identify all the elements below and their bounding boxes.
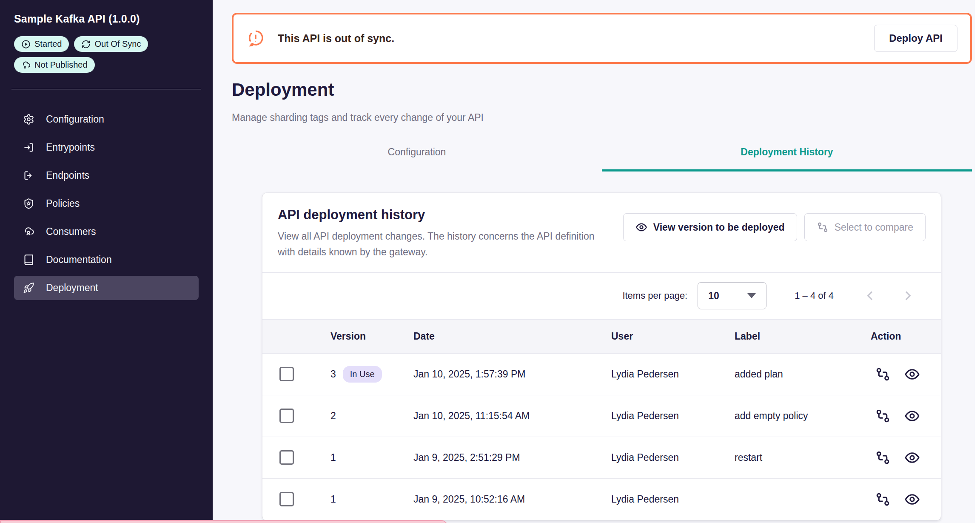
book-icon: [23, 254, 34, 266]
table-row: 2 Jan 10, 2025, 11:15:54 AM Lydia Peders…: [262, 395, 941, 437]
sidebar-item-consumers[interactable]: Consumers: [14, 220, 199, 244]
row-checkbox[interactable]: [279, 367, 294, 381]
sidebar-item-documentation[interactable]: Documentation: [14, 248, 199, 272]
sidebar-item-label: Consumers: [46, 226, 96, 237]
status-badge-started: Started: [14, 36, 69, 52]
sidebar-nav: Configuration Entrypoints Endpoints: [14, 107, 199, 300]
header-date: Date: [413, 319, 611, 353]
out-of-sync-banner: This API is out of sync. Deploy API: [232, 13, 972, 64]
badge-label: Not Published: [34, 60, 88, 70]
user-value: Lydia Pedersen: [611, 353, 735, 395]
view-version-label: View version to be deployed: [653, 222, 785, 233]
tab-bar: Configuration Deployment History: [232, 146, 972, 171]
card-title: API deployment history: [278, 207, 597, 223]
sidebar-divider: [11, 89, 201, 89]
items-per-page-label: Items per page:: [622, 290, 687, 301]
date-value: Jan 9, 2025, 2:51:29 PM: [413, 437, 611, 478]
table-row: 3 In Use Jan 10, 2025, 1:57:39 PM Lydia …: [262, 353, 941, 395]
cloud-user-icon: [23, 226, 34, 237]
status-badge-out-of-sync: Out Of Sync: [74, 36, 148, 52]
version-value: 2: [330, 410, 336, 422]
card-header-text: API deployment history View all API depl…: [278, 207, 597, 260]
shield-star-icon: [23, 198, 34, 209]
select-to-compare-button[interactable]: Select to compare: [804, 213, 926, 241]
deploy-api-button[interactable]: Deploy API: [874, 25, 957, 52]
sidebar-item-label: Configuration: [46, 114, 104, 125]
pagination-range: 1 – 4 of 4: [795, 290, 834, 301]
badge-label: Started: [34, 39, 62, 49]
deployment-history-card: API deployment history View all API depl…: [262, 193, 941, 520]
header-user: User: [611, 319, 735, 353]
chevron-left-icon[interactable]: [863, 289, 877, 303]
view-version-button[interactable]: View version to be deployed: [623, 213, 797, 241]
label-value: [735, 478, 871, 520]
badge-label: Out Of Sync: [94, 39, 141, 49]
rocket-icon: [23, 282, 34, 294]
banner-message: This API is out of sync.: [278, 32, 394, 45]
sync-icon: [81, 40, 91, 49]
date-value: Jan 10, 2025, 1:57:39 PM: [413, 353, 611, 395]
items-per-page-select[interactable]: 10: [698, 282, 766, 309]
sidebar-item-label: Deployment: [46, 282, 98, 294]
row-checkbox[interactable]: [279, 450, 294, 465]
git-compare-icon[interactable]: [875, 492, 891, 507]
user-value: Lydia Pedersen: [611, 395, 735, 437]
sidebar-item-label: Endpoints: [46, 170, 89, 181]
version-value: 1: [330, 452, 336, 463]
pagination-nav: [863, 289, 914, 303]
header-label: Label: [735, 319, 871, 353]
git-compare-icon[interactable]: [875, 366, 891, 382]
items-per-page-value: 10: [708, 290, 719, 302]
sidebar-item-label: Entrypoints: [46, 142, 95, 153]
table-row: 1 Jan 9, 2025, 10:52:16 AM Lydia Pederse…: [262, 478, 941, 520]
entry-icon: [23, 142, 34, 153]
header-action: Action: [871, 319, 941, 353]
chevron-right-icon[interactable]: [901, 289, 914, 303]
git-compare-icon: [817, 221, 829, 233]
table-header-row: Version Date User Label Action: [262, 319, 941, 353]
user-value: Lydia Pedersen: [611, 437, 735, 478]
card-description: View all API deployment changes. The his…: [278, 229, 597, 260]
chevron-down-icon: [747, 293, 756, 298]
label-value: add empty policy: [735, 395, 871, 437]
sidebar-item-deployment[interactable]: Deployment: [14, 276, 199, 300]
version-value: 1: [330, 494, 336, 505]
version-value: 3: [330, 369, 336, 380]
in-use-badge: In Use: [343, 366, 382, 383]
sidebar-item-policies[interactable]: Policies: [14, 191, 199, 216]
header-checkbox-col: [262, 319, 318, 353]
row-checkbox[interactable]: [279, 409, 294, 423]
alert-bubble-icon: [246, 29, 265, 48]
date-value: Jan 9, 2025, 10:52:16 AM: [413, 478, 611, 520]
page-title: Deployment: [232, 80, 972, 100]
eye-icon[interactable]: [904, 450, 920, 466]
main-content: This API is out of sync. Deploy API Depl…: [213, 0, 980, 523]
sidebar-item-endpoints[interactable]: Endpoints: [14, 163, 199, 188]
exit-icon: [23, 170, 34, 181]
tab-deployment-history[interactable]: Deployment History: [602, 146, 972, 171]
row-checkbox[interactable]: [279, 492, 294, 506]
git-compare-icon[interactable]: [875, 450, 891, 466]
toast-notification: [0, 520, 448, 523]
gear-icon: [23, 114, 34, 125]
user-value: Lydia Pedersen: [611, 478, 735, 520]
table-row: 1 Jan 9, 2025, 2:51:29 PM Lydia Pedersen…: [262, 437, 941, 478]
play-circle-icon: [21, 40, 31, 49]
page-subtitle: Manage sharding tags and track every cha…: [232, 112, 972, 123]
git-compare-icon[interactable]: [875, 408, 891, 424]
status-badge-not-published: Not Published: [14, 57, 95, 73]
header-version: Version: [318, 319, 413, 353]
api-title: Sample Kafka API (1.0.0): [14, 13, 199, 25]
pagination-bar: Items per page: 10 1 – 4 of 4: [262, 272, 941, 319]
api-status-badges: Started Out Of Sync Not Published: [14, 36, 188, 73]
eye-icon[interactable]: [904, 408, 920, 424]
cloud-error-icon: [21, 60, 31, 70]
date-value: Jan 10, 2025, 11:15:54 AM: [413, 395, 611, 437]
eye-icon[interactable]: [904, 492, 920, 507]
sidebar-item-configuration[interactable]: Configuration: [14, 107, 199, 131]
eye-icon[interactable]: [904, 366, 920, 382]
sidebar-item-entrypoints[interactable]: Entrypoints: [14, 135, 199, 160]
scrollbar[interactable]: [975, 0, 980, 523]
tab-configuration[interactable]: Configuration: [232, 146, 602, 171]
card-header: API deployment history View all API depl…: [262, 193, 941, 272]
